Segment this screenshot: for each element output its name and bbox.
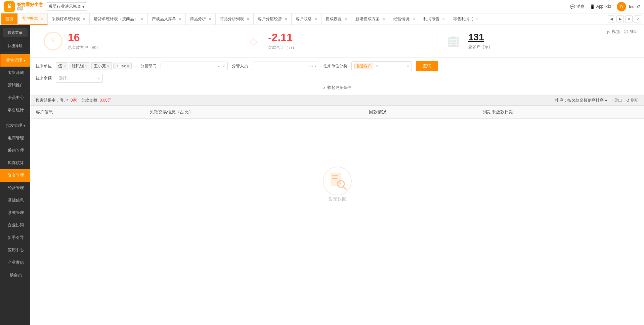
tab-close-icon[interactable]: ✕ xyxy=(412,17,415,21)
tab-next-button[interactable]: ▶ xyxy=(616,15,624,23)
tab-prev-button[interactable]: ◀ xyxy=(608,15,615,23)
sidebar-item-ecommerce[interactable]: 电商管理 xyxy=(0,132,30,144)
sidebar-search-area: 搜索菜单 xyxy=(0,25,30,41)
tab-retail-profit[interactable]: 零售利润（ ✕ xyxy=(449,13,483,25)
all-customers-value: 131 xyxy=(468,32,492,43)
tab-label: 提成设置 xyxy=(326,16,342,22)
main-layout: 搜索菜单 快捷导航 零售管理 ▾ 零售商城 营销推广 会员中心 零售统计 批发管… xyxy=(0,25,644,325)
tab-profit-report[interactable]: 利润报告 ✕ xyxy=(419,13,449,25)
tag-close-wu[interactable]: ✕ xyxy=(63,64,66,68)
tag-close-cjttcw[interactable]: ✕ xyxy=(127,64,129,68)
sort-selector[interactable]: 排序：按欠款金额倒序排序 ▾ xyxy=(555,98,607,103)
help-button[interactable]: ⓘ 帮助 xyxy=(624,29,637,35)
tab-customer-account[interactable]: 客户账本 ✕ xyxy=(18,13,48,25)
sidebar-item-enterprise[interactable]: 企业协同 xyxy=(0,219,30,231)
tab-close-all-button[interactable]: ✕ xyxy=(625,15,633,23)
tab-close-icon[interactable]: ✕ xyxy=(83,17,85,21)
sidebar-item-operations-mgmt[interactable]: 经营管理 xyxy=(0,182,30,194)
tab-close-icon[interactable]: ✕ xyxy=(141,17,143,21)
user-avatar-area[interactable]: D demo2 xyxy=(617,2,640,11)
category-filter-select[interactable]: 普通客户 ✕ ▾ xyxy=(351,61,412,71)
category-tag-close[interactable]: ✕ xyxy=(376,64,379,68)
tab-close-icon[interactable]: ✕ xyxy=(442,17,445,21)
sidebar-item-retail-mall[interactable]: 零售商城 xyxy=(0,67,30,79)
sidebar-item-label: 经营管理 xyxy=(8,185,24,190)
tab-label: 零售利润（ xyxy=(453,16,473,22)
sidebar-item-retail-stats[interactable]: 零售统计 xyxy=(0,104,30,116)
svg-line-6 xyxy=(343,187,346,190)
sidebar-item-basic-info[interactable]: 基础信息 xyxy=(0,194,30,207)
tab-label: 经营情况 xyxy=(393,16,410,22)
person-filter-dots[interactable]: ··· xyxy=(309,63,313,69)
tab-expand-button[interactable]: ⤢ xyxy=(634,15,641,23)
refresh-button[interactable]: ↺ 刷新 xyxy=(626,98,639,103)
collapse-button[interactable]: ∧ 收起更多条件 xyxy=(323,85,351,91)
tab-close-icon[interactable]: ✕ xyxy=(285,17,287,21)
tab-add-commission[interactable]: 新增提成方案 ✕ xyxy=(351,13,389,25)
tab-close-icon[interactable]: ✕ xyxy=(209,17,211,21)
tab-product-analysis[interactable]: 商品分析 ✕ xyxy=(186,13,216,25)
tag-close-wang[interactable]: ✕ xyxy=(107,64,110,68)
remainder-filter-select[interactable]: 选择... ▾ xyxy=(56,74,103,83)
sidebar-item-member-plus[interactable]: 畅会员 xyxy=(0,269,30,281)
tab-customer-contact[interactable]: 客户联络 ✕ xyxy=(292,13,321,25)
sidebar-item-marketing[interactable]: 营销推广 xyxy=(0,79,30,92)
sidebar-item-enterprise-wechat[interactable]: 企业微信 xyxy=(0,256,30,269)
tab-close-icon[interactable]: ✕ xyxy=(179,17,181,21)
tab-label: 商品分析列表 xyxy=(220,16,244,22)
download-icon: 📱 xyxy=(590,4,595,9)
app-download-button[interactable]: 📱 App下载 xyxy=(590,4,611,9)
export-button[interactable]: ↑ 导出 xyxy=(611,98,622,103)
tab-close-icon[interactable]: ✕ xyxy=(41,17,43,21)
filter-tag-chen: 陈民强 ✕ xyxy=(70,62,90,70)
messages-button[interactable]: 💬 消息 xyxy=(570,4,585,9)
tab-operations[interactable]: 经营情况 ✕ xyxy=(389,13,419,25)
svg-point-7 xyxy=(339,182,341,184)
tab-label: 产成品入库单 xyxy=(152,16,176,22)
filter-tag-wang: 王小亮 ✕ xyxy=(91,62,112,70)
remainder-placeholder: 选择... xyxy=(59,75,70,81)
diamond-icon: ◇ xyxy=(244,32,263,50)
query-button[interactable]: 查询 xyxy=(416,61,438,71)
filter-more-tags[interactable]: ··· xyxy=(133,64,136,68)
quick-nav-button[interactable]: 快捷导航 xyxy=(0,41,30,51)
results-count-prefix: 搜索结果中，客户 xyxy=(36,98,68,103)
tab-close-icon[interactable]: ✕ xyxy=(314,17,317,21)
sidebar-item-finance[interactable]: 资金管理 xyxy=(0,169,30,182)
tab-close-icon[interactable]: ✕ xyxy=(382,17,385,21)
tab-purchase-stats[interactable]: 进货单统计表（按商品） ✕ xyxy=(90,13,148,25)
sidebar-item-purchase[interactable]: 采购管理 xyxy=(0,144,30,157)
tab-product-inbound[interactable]: 产成品入库单 ✕ xyxy=(148,13,186,25)
tab-close-icon[interactable]: ✕ xyxy=(476,17,479,21)
table-container: 客户信息 欠款交易信息（占比） 回款情况 到期未放款日期 xyxy=(30,106,644,325)
person-filter-label: 分管人员 xyxy=(232,63,248,69)
tab-product-analysis-list[interactable]: 商品分析列表 ✕ xyxy=(216,13,254,25)
sidebar-item-system[interactable]: 系统管理 xyxy=(0,207,30,219)
search-menu-button[interactable]: 搜索菜单 xyxy=(3,28,28,37)
sidebar-item-retail-management[interactable]: 零售管理 ▾ xyxy=(0,54,30,67)
sidebar-item-label: 营销推广 xyxy=(8,83,24,87)
person-filter-select[interactable]: ··· ▾ xyxy=(252,62,319,70)
svg-rect-4 xyxy=(332,178,338,179)
sidebar-item-member-center[interactable]: 会员中心 xyxy=(0,92,30,104)
video-icon: ▷ xyxy=(607,30,610,34)
tab-customer-layer[interactable]: 客户分层经营 ✕ xyxy=(254,13,292,25)
tab-commission-settings[interactable]: 提成设置 ✕ xyxy=(321,13,351,25)
tab-home[interactable]: 首页 xyxy=(1,13,18,25)
sidebar-item-label: 企业微信 xyxy=(8,260,24,265)
tab-close-icon[interactable]: ✕ xyxy=(344,17,347,21)
collapse-icon: ∧ xyxy=(323,85,326,90)
company-selector[interactable]: 母婴行业演示帐套 ▾ xyxy=(46,2,87,11)
video-help-button[interactable]: ▷ 视频 xyxy=(607,29,620,35)
sidebar-item-app-center[interactable]: 应用中心 xyxy=(0,244,30,256)
tag-close-chen[interactable]: ✕ xyxy=(85,64,88,68)
col-debt-info: 欠款交易信息（占比） xyxy=(144,106,363,119)
dept-filter-select[interactable]: ··· ▾ xyxy=(161,62,228,70)
dept-filter-dots[interactable]: ··· xyxy=(218,63,222,69)
sidebar-item-wholesale[interactable]: 批发管理 ▾ xyxy=(0,119,30,132)
sidebar-item-inventory[interactable]: 库存核算 xyxy=(0,157,30,169)
tab-purchase-order[interactable]: 采购订单统计表 ✕ xyxy=(48,13,90,25)
sidebar-item-guide[interactable]: 新手引导 xyxy=(0,231,30,244)
tab-close-icon[interactable]: ✕ xyxy=(247,17,249,21)
top-bar: ¥ 畅捷通好生意 标版 母婴行业演示帐套 ▾ 💬 消息 📱 App下载 D de… xyxy=(0,0,644,13)
